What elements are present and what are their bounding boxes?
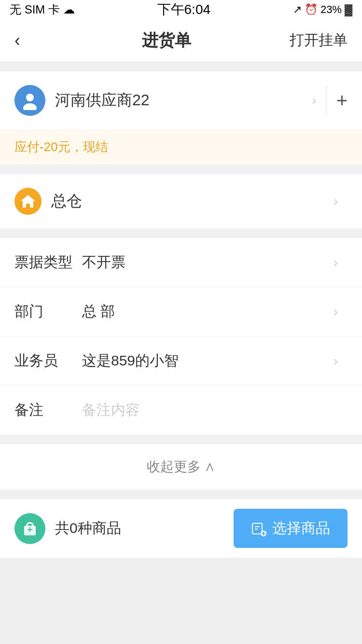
department-label: 部门 — [14, 302, 82, 322]
warehouse-name: 总仓 — [51, 191, 334, 212]
battery-label: 23% — [320, 3, 342, 16]
product-count-label: 共0种商品 — [55, 518, 224, 538]
department-row[interactable]: 部门 总 部 › — [0, 287, 362, 336]
remark-row[interactable]: 备注 备注内容 — [0, 386, 362, 434]
add-product-icon — [251, 521, 266, 536]
sim-label: 无 SIM 卡 ☁ — [10, 2, 75, 17]
svg-marker-2 — [21, 195, 35, 201]
svg-point-0 — [26, 94, 34, 101]
nav-bar: ‹ 进货单 打开挂单 — [0, 19, 362, 62]
status-time: 下午6:04 — [157, 0, 211, 19]
select-product-label: 选择商品 — [272, 518, 330, 538]
salesperson-row[interactable]: 业务员 这是859的小智 › — [0, 336, 362, 386]
battery-icon: ▓ — [345, 3, 352, 16]
remark-input[interactable]: 备注内容 — [82, 400, 348, 420]
invoice-type-label: 票据类型 — [14, 252, 82, 272]
supplier-row[interactable]: 河南供应商22 › + — [0, 71, 362, 130]
person-icon — [20, 91, 40, 110]
location-icon: ↗ — [293, 3, 302, 16]
invoice-type-value: 不开票 — [82, 252, 334, 272]
salesperson-label: 业务员 — [14, 351, 82, 371]
section-gap-1 — [0, 62, 362, 71]
collapse-button[interactable]: 收起更多 ∧ — [0, 444, 362, 490]
invoice-type-chevron-icon: › — [334, 255, 338, 270]
salesperson-chevron-icon: › — [334, 353, 338, 369]
status-bar: 无 SIM 卡 ☁ 下午6:04 ↗ ⏰ 23% ▓ — [0, 0, 362, 19]
supplier-name: 河南供应商22 — [55, 90, 312, 111]
bottom-bar: 共0种商品 选择商品 — [0, 499, 362, 558]
collapse-label: 收起更多 ∧ — [147, 458, 216, 476]
supplier-avatar — [14, 85, 45, 116]
open-pending-button[interactable]: 打开挂单 — [290, 30, 348, 50]
page-title: 进货单 — [142, 29, 191, 52]
select-product-button[interactable]: 选择商品 — [234, 509, 348, 548]
warehouse-row[interactable]: 总仓 › — [0, 174, 362, 228]
form-section: 票据类型 不开票 › 部门 总 部 › 业务员 这是859的小智 › 备注 备注… — [0, 238, 362, 434]
add-supplier-button[interactable]: + — [326, 86, 348, 115]
product-bag-icon — [14, 513, 45, 544]
status-left: 无 SIM 卡 ☁ — [10, 2, 75, 17]
status-right: ↗ ⏰ 23% ▓ — [293, 3, 352, 16]
department-value: 总 部 — [82, 302, 334, 322]
alarm-icon: ⏰ — [305, 3, 318, 16]
shopping-bag-icon — [21, 520, 39, 537]
remark-label: 备注 — [14, 400, 82, 420]
warehouse-icon — [14, 188, 42, 215]
warehouse-chevron-icon: › — [334, 194, 338, 209]
back-button[interactable]: ‹ — [14, 30, 43, 51]
svg-point-1 — [23, 103, 37, 110]
department-chevron-icon: › — [334, 304, 338, 320]
house-icon — [20, 193, 36, 210]
svg-rect-4 — [26, 204, 30, 208]
supplier-chevron-icon: › — [312, 93, 316, 108]
supplier-notice: 应付-20元，现结 — [0, 130, 362, 165]
supplier-section: 河南供应商22 › + 应付-20元，现结 — [0, 71, 362, 165]
salesperson-value: 这是859的小智 — [82, 351, 334, 371]
warehouse-section: 总仓 › — [0, 174, 362, 228]
invoice-type-row[interactable]: 票据类型 不开票 › — [0, 238, 362, 287]
